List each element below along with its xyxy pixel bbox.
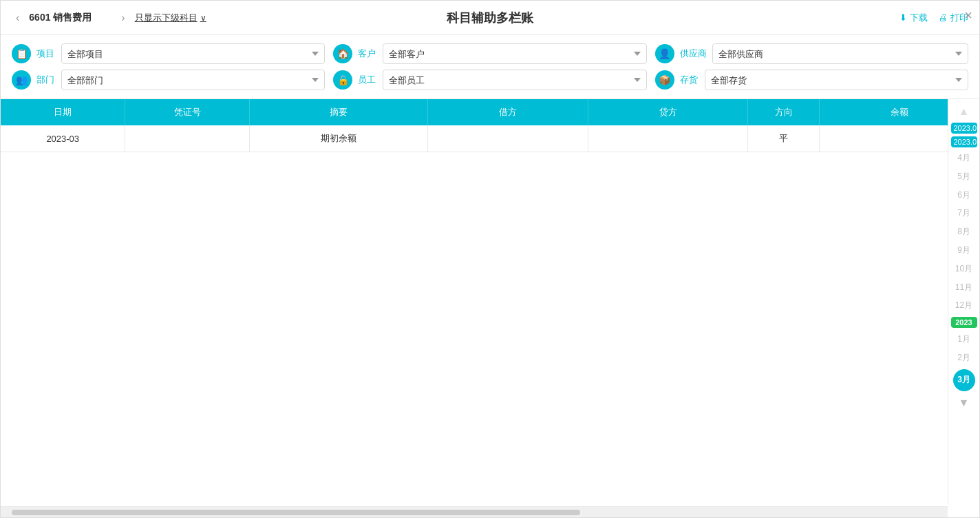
inventory-label: 存货 <box>680 74 699 86</box>
col-header-summary: 摘要 <box>250 99 428 125</box>
filter-area: 📋 项目 全部项目 🏠 客户 全部客户 👤 供应商 全部供应商 <box>1 35 979 99</box>
cell-date: 2023-03 <box>1 125 125 152</box>
project-icon: 📋 <box>12 44 31 63</box>
employee-select[interactable]: 全部员工 <box>383 70 646 90</box>
timeline-sidebar: ▲ 2023.03 2023.03 4月 5月 6月 7月 8月 9月 10月 … <box>948 99 979 504</box>
download-label: 下载 <box>910 12 928 24</box>
cell-credit <box>588 125 748 152</box>
dept-select[interactable]: 全部部门 <box>61 70 325 90</box>
employee-label: 员工 <box>358 74 377 86</box>
supplier-icon: 👤 <box>655 44 674 63</box>
inventory-icon: 📦 <box>655 70 674 90</box>
col-header-direction: 方向 <box>748 99 819 125</box>
cell-direction: 平 <box>748 125 819 152</box>
print-icon: 🖨 <box>939 12 948 23</box>
filter-inventory: 📦 存货 全部存货 <box>655 70 968 90</box>
project-label: 项目 <box>36 48 56 60</box>
customer-label: 客户 <box>358 48 377 60</box>
timeline-range-start[interactable]: 2023.03 <box>951 123 977 134</box>
filter-employee: 🔒 员工 全部员工 <box>333 70 646 90</box>
show-sub-arrow: ∨ <box>200 13 206 23</box>
show-sub-toggle[interactable]: 只显示下级科目 ∨ <box>135 12 206 24</box>
filter-row-1: 📋 项目 全部项目 🏠 客户 全部客户 👤 供应商 全部供应商 <box>12 43 968 64</box>
supplier-select[interactable]: 全部供应商 <box>712 43 968 64</box>
inventory-select[interactable]: 全部存货 <box>705 70 968 90</box>
timeline-year-badge[interactable]: 2023 <box>951 317 977 328</box>
timeline-month-4[interactable]: 4月 <box>948 149 979 167</box>
timeline-nav-up[interactable]: ▲ <box>955 102 974 121</box>
employee-icon: 🔒 <box>333 70 352 90</box>
filter-customer: 🏠 客户 全部客户 <box>333 43 646 64</box>
table-row[interactable]: 2023-03 期初余额 平 <box>1 125 979 152</box>
timeline-month-6[interactable]: 6月 <box>948 186 979 205</box>
timeline-current-month[interactable]: 3月 <box>953 369 975 391</box>
col-header-date: 日期 <box>1 99 125 125</box>
timeline-month-7[interactable]: 7月 <box>948 204 979 222</box>
cell-debit <box>427 125 588 152</box>
filter-row-2: 👥 部门 全部部门 🔒 员工 全部员工 📦 存货 全部存货 <box>12 70 968 90</box>
timeline-month-8[interactable]: 8月 <box>948 222 979 241</box>
timeline-nav-down[interactable]: ▼ <box>955 393 974 413</box>
title-right: ⬇ 下载 🖨 打印 <box>899 12 968 24</box>
page-title: 科目辅助多栏账 <box>447 10 533 26</box>
main-window: × ‹ 6601 销售费用 › 只显示下级科目 ∨ 科目辅助多栏账 ⬇ 下载 🖨… <box>0 0 980 518</box>
timeline-month-2[interactable]: 2月 <box>948 349 979 367</box>
customer-icon: 🏠 <box>333 44 352 63</box>
timeline-month-1[interactable]: 1月 <box>948 330 979 349</box>
dept-icon: 👥 <box>12 70 31 90</box>
timeline-month-9[interactable]: 9月 <box>948 241 979 260</box>
close-button[interactable]: × <box>964 8 972 23</box>
timeline-range-end[interactable]: 2023.03 <box>951 136 977 147</box>
filter-supplier: 👤 供应商 全部供应商 <box>655 43 968 64</box>
timeline-month-5[interactable]: 5月 <box>948 167 979 186</box>
title-left: ‹ 6601 销售费用 › 只显示下级科目 ∨ <box>12 9 206 27</box>
cell-summary: 期初余额 <box>250 125 428 152</box>
cell-voucher <box>125 125 250 152</box>
timeline-month-12[interactable]: 12月 <box>948 296 979 315</box>
download-icon: ⬇ <box>899 12 907 23</box>
timeline-month-11[interactable]: 11月 <box>948 278 979 297</box>
account-code: 6601 销售费用 <box>29 12 111 24</box>
table-container: 日期 凭证号 摘要 借方 贷方 方向 余额 2023-03 期初余额 <box>1 99 979 504</box>
show-sub-label: 只显示下级科目 <box>135 12 198 24</box>
supplier-label: 供应商 <box>680 48 707 60</box>
timeline-month-10[interactable]: 10月 <box>948 260 979 278</box>
download-button[interactable]: ⬇ 下载 <box>899 12 928 24</box>
data-table: 日期 凭证号 摘要 借方 贷方 方向 余额 2023-03 期初余额 <box>1 99 979 152</box>
title-bar: ‹ 6601 销售费用 › 只显示下级科目 ∨ 科目辅助多栏账 ⬇ 下载 🖨 打… <box>1 1 979 35</box>
scroll-bar[interactable] <box>12 510 580 515</box>
col-header-voucher: 凭证号 <box>125 99 250 125</box>
filter-project: 📋 项目 全部项目 <box>12 43 325 64</box>
scroll-area[interactable] <box>1 506 948 517</box>
table-header-row: 日期 凭证号 摘要 借方 贷方 方向 余额 <box>1 99 979 125</box>
dept-label: 部门 <box>36 74 56 86</box>
col-header-credit: 贷方 <box>588 99 748 125</box>
nav-next-button[interactable]: › <box>117 9 129 27</box>
nav-prev-button[interactable]: ‹ <box>12 9 23 27</box>
project-select[interactable]: 全部项目 <box>61 43 325 64</box>
col-header-debit: 借方 <box>427 99 588 125</box>
filter-dept: 👥 部门 全部部门 <box>12 70 325 90</box>
customer-select[interactable]: 全部客户 <box>383 43 646 64</box>
